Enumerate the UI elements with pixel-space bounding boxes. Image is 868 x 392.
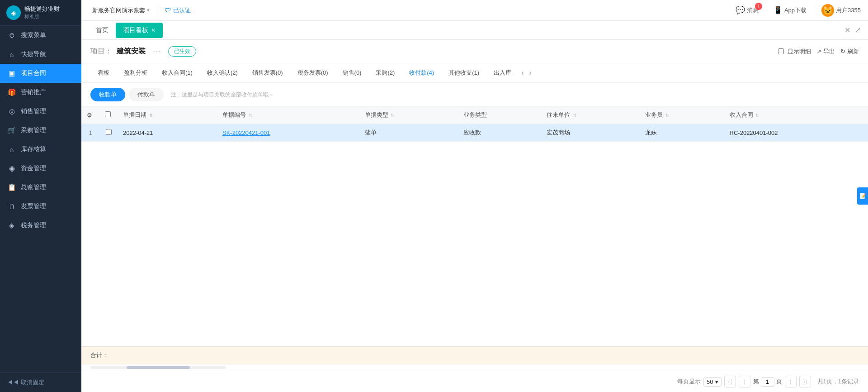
unpin-label: ◀◀ 取消固定 [7,378,44,387]
sidebar-item-label: 搜索菜单 [21,31,46,39]
subnav-item-board[interactable]: 看板 [90,63,117,83]
subnav-income-confirm-label: 收入确认(2) [207,69,238,76]
topbar-vertical-divider-1 [766,5,766,16]
col-number[interactable]: 单据编号 ⇅ [217,106,359,124]
col-date[interactable]: 单据日期 ⇅ [118,106,217,124]
window-close-icon[interactable]: ✕ [844,26,850,34]
tab-project-board[interactable]: 项目看板 ✕ [116,23,163,38]
ledger-icon: 📋 [7,183,16,192]
tab-project-board-label: 项目看板 [123,26,148,34]
page-more-button[interactable]: ··· [153,48,161,56]
col-income-contract[interactable]: 收入合同 ⇅ [724,106,868,124]
table-row: 1 2022-04-21 SK-20220421-001 蓝单 应收款 宏茂商场… [81,124,868,142]
row-partner: 宏茂商场 [541,124,640,142]
col-date-label: 单据日期 [123,111,146,118]
row-number[interactable]: SK-20220421-001 [217,124,359,142]
sidebar-item-purchase-mgmt[interactable]: 🛒 采购管理 [0,121,81,140]
sidebar-item-label: 资金管理 [21,164,46,172]
message-icon: 💬 [736,5,745,15]
sidebar-item-project-contract[interactable]: ▣ 项目合同 [0,64,81,83]
message-button[interactable]: 💬 消息 1 [736,5,759,15]
app-download-button[interactable]: 📱 App下载 [774,6,807,14]
row-date: 2022-04-21 [118,124,217,142]
row-number-link[interactable]: SK-20220421-001 [222,129,270,136]
show-detail-checkbox[interactable] [778,48,784,54]
subnav-item-income-confirm[interactable]: 收入确认(2) [200,63,245,83]
subnav-item-profit[interactable]: 盈利分析 [117,63,155,83]
show-detail-button[interactable]: 显示明细 [778,48,811,56]
sidebar-item-capital-mgmt[interactable]: ◉ 资金管理 [0,159,81,178]
export-label: 导出 [823,48,835,56]
topbar-project-selector[interactable]: 新服务官网演示账套 ▾ [89,5,153,16]
subnav-sales-invoice-label: 销售发票(0) [252,69,283,76]
sidebar-item-ledger-mgmt[interactable]: 📋 总账管理 [0,178,81,197]
sidebar-item-inventory[interactable]: ⌂ 库存核算 [0,140,81,159]
page-label: 第 [753,378,759,386]
current-page-input[interactable] [761,377,774,387]
subnav-item-receipt-payment[interactable]: 收付款(4) [402,63,441,83]
export-button[interactable]: ↗ 导出 [816,48,835,56]
app-subtitle: 标准版 [24,13,60,20]
subnav-other-expense-label: 其他收支(1) [448,69,479,76]
row-type: 蓝单 [359,124,458,142]
row-checkbox-cell [99,124,118,142]
sidebar-footer-unpin[interactable]: ◀◀ 取消固定 [0,373,81,392]
per-page-select[interactable]: 50 ▾ [703,377,721,387]
sidebar-item-invoice-mgmt[interactable]: 🗒 发票管理 [0,197,81,216]
col-salesperson[interactable]: 业务员 ⇅ [640,106,724,124]
sidebar-item-search[interactable]: ⊜ 搜索菜单 [0,26,81,45]
sidebar-item-label: 营销推广 [21,88,46,96]
sidebar-item-marketing[interactable]: 🎁 营销推广 [0,83,81,102]
sidebar-item-tax-mgmt[interactable]: ◈ 税务管理 [0,216,81,235]
subnav-item-sales[interactable]: 销售(0) [335,63,369,83]
scrollbar-row [81,364,868,371]
first-page-button[interactable]: ⟨⟨ [724,376,736,387]
user-profile-button[interactable]: 🐱 用户3355 [821,4,861,17]
subnav-next-arrow[interactable]: › [526,63,534,82]
col-number-label: 单据编号 [222,111,246,118]
scrollbar-thumb[interactable] [127,366,190,369]
tab-close-icon[interactable]: ✕ [151,27,156,33]
next-page-button[interactable]: ⟩ [785,376,797,387]
sidebar-item-label: 发票管理 [21,202,46,210]
app-download-label: App下载 [784,6,807,14]
sidebar-item-label: 快捷导航 [21,50,46,58]
subnav-item-other-expense[interactable]: 其他收支(1) [441,63,486,83]
sidebar: ◈ 畅捷通好业财 标准版 ⊜ 搜索菜单 ⌂ 快捷导航 ▣ 项目合同 🎁 营销推广… [0,0,81,392]
sidebar-item-label: 采购管理 [21,126,46,134]
window-maximize-icon[interactable]: ⤢ [855,26,861,34]
select-all-checkbox[interactable] [105,111,111,117]
subnav-item-purchase[interactable]: 采购(2) [368,63,402,83]
tax-icon: ◈ [7,221,16,230]
col-settings[interactable]: ⚙ [81,106,99,124]
next-page-icon: ⟩ [789,378,792,385]
sort-icon-number: ⇅ [249,113,252,118]
chevron-down-icon: ▾ [715,378,718,385]
sub-tab-payment-label: 付款单 [137,91,155,98]
col-income-contract-label: 收入合同 [730,111,753,118]
row-salesperson: 龙妹 [640,124,724,142]
subnav-item-sales-invoice[interactable]: 销售发票(0) [245,63,290,83]
sort-icon-type: ⇅ [391,113,394,118]
subnav-prev-arrow[interactable]: ‹ [519,63,526,82]
refresh-button[interactable]: ↻ 刷新 [840,48,859,56]
subnav-in-out-label: 出入库 [494,69,511,76]
side-panel-toggle[interactable]: 📝 [857,187,868,205]
sidebar-item-sales-mgmt[interactable]: ◎ 销售管理 [0,102,81,121]
subnav-board-label: 看板 [98,69,109,76]
col-type[interactable]: 单据类型 ⇅ [359,106,458,124]
sidebar-item-quick-nav[interactable]: ⌂ 快捷导航 [0,45,81,64]
table-container: ⚙ 单据日期 ⇅ 单据编号 ⇅ 单据类型 [81,106,868,346]
col-partner-label: 往来单位 [547,111,570,118]
col-partner[interactable]: 往来单位 ⇅ [541,106,640,124]
purchase-icon: 🛒 [7,126,16,135]
prev-page-button[interactable]: ⟨ [739,376,750,387]
tab-home[interactable]: 首页 [89,23,116,38]
subnav-item-in-out[interactable]: 出入库 [486,63,519,83]
row-checkbox[interactable] [106,129,112,135]
sub-tab-payment[interactable]: 付款单 [129,88,164,101]
subnav-item-tax-invoice[interactable]: 税务发票(0) [290,63,335,83]
sub-tab-receipt[interactable]: 收款单 [90,88,125,101]
last-page-button[interactable]: ⟩⟩ [799,376,811,387]
subnav-item-income-contract[interactable]: 收入合同(1) [155,63,200,83]
